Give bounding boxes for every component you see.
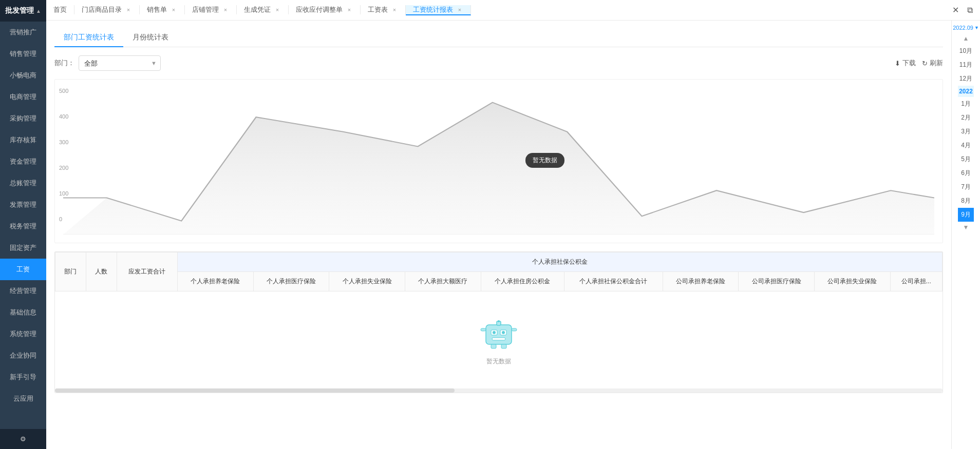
- close-window-button[interactable]: ✕: [949, 4, 962, 16]
- sidebar-footer-settings[interactable]: ⚙: [0, 429, 46, 449]
- cal-month-3月[interactable]: 3月: [958, 125, 974, 139]
- cal-month-11月[interactable]: 11月: [958, 58, 974, 72]
- tab-工资统计报表[interactable]: 工资统计报表×: [406, 5, 471, 15]
- y-label-300: 300: [59, 139, 68, 145]
- refresh-button[interactable]: ↻ 刷新: [922, 58, 943, 68]
- chart-y-labels: 5004003002001000: [59, 88, 68, 222]
- tab-店铺管理[interactable]: 店铺管理×: [185, 5, 237, 14]
- sidebar-item-电商管理[interactable]: 电商管理: [0, 86, 46, 108]
- sidebar-item-云应用[interactable]: 云应用: [0, 388, 46, 409]
- cal-month-7月[interactable]: 7月: [958, 180, 974, 194]
- scrollbar-thumb[interactable]: [55, 388, 455, 393]
- tab-close-icon[interactable]: ×: [222, 6, 229, 13]
- cal-month-6月[interactable]: 6月: [958, 166, 974, 180]
- cal-month-12月[interactable]: 12月: [958, 72, 974, 86]
- tab-应收应付调整单[interactable]: 应收应付调整单×: [289, 5, 361, 14]
- svg-rect-0: [486, 325, 512, 344]
- sidebar-item-资金管理[interactable]: 资金管理: [0, 151, 46, 172]
- sidebar-item-小畅电商[interactable]: 小畅电商: [0, 65, 46, 86]
- tab-门店商品目录[interactable]: 门店商品目录×: [74, 5, 140, 14]
- sub-tab-部门工资统计表[interactable]: 部门工资统计表: [54, 29, 123, 47]
- tab-close-icon[interactable]: ×: [391, 6, 398, 13]
- cal-month-10月[interactable]: 10月: [958, 44, 974, 58]
- tab-list: 首页门店商品目录×销售单×店铺管理×生成凭证×应收应付调整单×工资表×工资统计报…: [46, 5, 471, 15]
- sidebar-item-系统管理[interactable]: 系统管理: [0, 323, 46, 345]
- tab-close-icon[interactable]: ×: [456, 6, 463, 13]
- sidebar-item-总账管理[interactable]: 总账管理: [0, 172, 46, 194]
- chart-container: 5004003002001000 暂无: [54, 79, 943, 243]
- svg-rect-5: [492, 338, 505, 340]
- svg-point-4: [502, 331, 505, 334]
- y-label-400: 400: [59, 113, 68, 120]
- cal-month-9月[interactable]: 9月: [958, 208, 974, 222]
- col-公司承担医疗保险: 公司承担医疗保险: [739, 272, 815, 291]
- toolbar-left: 部门： 全部销售部财务部人事部技术部 ▼: [54, 55, 161, 71]
- col-dept: 部门: [55, 252, 86, 291]
- tab-销售单[interactable]: 销售单×: [140, 5, 185, 14]
- tab-label: 生成凭证: [244, 5, 271, 14]
- chart-no-data-tooltip: 暂无数据: [525, 153, 564, 168]
- download-button[interactable]: ⬇ 下载: [895, 58, 916, 68]
- cal-month-2月[interactable]: 2月: [958, 111, 974, 125]
- sidebar-item-企业协同[interactable]: 企业协同: [0, 345, 46, 366]
- sidebar-item-采购管理[interactable]: 采购管理: [0, 108, 46, 129]
- tab-close-icon[interactable]: ×: [170, 6, 177, 13]
- tab-label: 工资表: [368, 5, 388, 14]
- col-个人承担住房公积金: 个人承担住房公积金: [481, 272, 564, 291]
- sidebar-item-销售管理[interactable]: 销售管理: [0, 43, 46, 65]
- tab-label: 应收应付调整单: [296, 5, 343, 14]
- sidebar-item-税务管理[interactable]: 税务管理: [0, 216, 46, 237]
- table-head: 部门 人数 应发工资合计 个人承担社保公积金 个人承担养老保险个人承担医疗保险个…: [55, 252, 943, 291]
- chart-area: [63, 103, 934, 235]
- tab-label: 首页: [53, 5, 67, 14]
- y-label-500: 500: [59, 88, 68, 94]
- tab-close-icon[interactable]: ×: [125, 6, 132, 13]
- chart-svg: [63, 88, 934, 235]
- svg-rect-8: [481, 328, 486, 331]
- sidebar-item-营销推广[interactable]: 营销推广: [0, 22, 46, 43]
- content-area: 部门工资统计表月份统计表 部门： 全部销售部财务部人事部技术部 ▼ ⬇ 下载: [46, 21, 980, 449]
- tab-label: 销售单: [147, 5, 167, 14]
- cal-month-8月[interactable]: 8月: [958, 194, 974, 208]
- cal-month-4月[interactable]: 4月: [958, 139, 974, 152]
- sub-tab-月份统计表[interactable]: 月份统计表: [123, 29, 178, 47]
- calendar-dropdown-icon: ▼: [974, 25, 979, 30]
- sidebar-item-固定资产[interactable]: 固定资产: [0, 237, 46, 259]
- page-content: 部门工资统计表月份统计表 部门： 全部销售部财务部人事部技术部 ▼ ⬇ 下载: [46, 21, 951, 449]
- calendar-prev-button[interactable]: ▲: [960, 33, 972, 44]
- toolbar-right: ⬇ 下载 ↻ 刷新: [895, 58, 943, 68]
- svg-point-3: [493, 331, 496, 334]
- svg-rect-9: [512, 328, 517, 331]
- tab-close-icon[interactable]: ×: [274, 6, 281, 13]
- cal-month-1月[interactable]: 1月: [958, 97, 974, 111]
- horizontal-scrollbar[interactable]: [55, 388, 943, 393]
- sidebar-item-库存核算[interactable]: 库存核算: [0, 129, 46, 151]
- sidebar-toggle-icon[interactable]: ▲: [36, 8, 41, 14]
- sidebar-item-新手引导[interactable]: 新手引导: [0, 366, 46, 388]
- y-label-200: 200: [59, 165, 68, 171]
- restore-window-button[interactable]: ⧉: [964, 4, 976, 16]
- table-header-row-1: 部门 人数 应发工资合计 个人承担社保公积金: [55, 252, 943, 272]
- sidebar-item-经营管理[interactable]: 经营管理: [0, 280, 46, 302]
- tab-close-icon[interactable]: ×: [346, 6, 353, 13]
- dept-select[interactable]: 全部销售部财务部人事部技术部: [79, 55, 161, 71]
- sidebar-items: 营销推广销售管理小畅电商电商管理采购管理库存核算资金管理总账管理发票管理税务管理…: [0, 22, 46, 409]
- download-label: 下载: [902, 58, 916, 68]
- tab-label: 店铺管理: [192, 5, 219, 14]
- tab-工资表[interactable]: 工资表×: [361, 5, 406, 14]
- sidebar-item-工资[interactable]: 工资: [0, 259, 46, 280]
- col-公司承担养老保险: 公司承担养老保险: [663, 272, 739, 291]
- cal-month-5月[interactable]: 5月: [958, 152, 974, 166]
- tab-生成凭证[interactable]: 生成凭证×: [237, 5, 289, 14]
- calendar-months: 10月11月12月20221月2月3月4月5月6月7月8月9月: [958, 44, 974, 222]
- empty-label: 暂无数据: [486, 357, 511, 366]
- col-公司承担...: 公司承担...: [890, 272, 942, 291]
- empty-robot-icon: [478, 312, 519, 353]
- sidebar-item-基础信息[interactable]: 基础信息: [0, 302, 46, 323]
- tab-首页[interactable]: 首页: [46, 5, 74, 14]
- svg-rect-11: [501, 344, 506, 348]
- calendar-year-label[interactable]: 2022.09 ▼: [952, 23, 980, 33]
- sidebar: 批发管理 ▲ 营销推广销售管理小畅电商电商管理采购管理库存核算资金管理总账管理发…: [0, 0, 46, 449]
- calendar-next-button[interactable]: ▼: [960, 222, 972, 233]
- sidebar-item-发票管理[interactable]: 发票管理: [0, 194, 46, 216]
